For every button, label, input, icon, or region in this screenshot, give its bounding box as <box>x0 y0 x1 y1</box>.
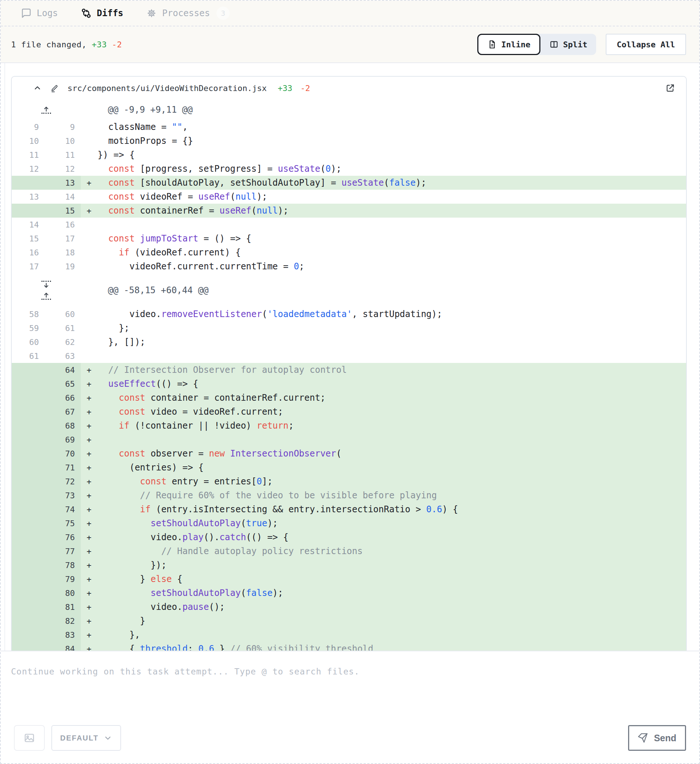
code-text: // Intersection Observer for autoplay co… <box>98 365 347 375</box>
image-icon <box>23 732 35 744</box>
diff-line-added: 79+ } else { <box>12 572 686 586</box>
code-text: className = "", <box>98 122 188 132</box>
profile-select[interactable]: DEFAULT <box>52 725 121 751</box>
app-window: Logs Diffs Processes 3 1 file changed, +… <box>0 0 700 764</box>
paper-plane-icon <box>638 733 648 743</box>
line-marker: + <box>81 365 98 375</box>
code-text: if (videoRef.current) { <box>98 247 241 258</box>
new-line-number: 74 <box>44 505 81 514</box>
diff-line-added: 69+ <box>12 433 686 446</box>
processes-count-badge: 3 <box>216 6 230 20</box>
old-line-number: 11 <box>12 150 44 160</box>
code-text: const video = videoRef.current; <box>98 407 283 417</box>
new-line-number: 70 <box>44 449 81 458</box>
collapse-all-button[interactable]: Collapse All <box>606 34 686 55</box>
attach-image-button[interactable] <box>14 725 45 751</box>
new-line-number: 14 <box>44 192 81 202</box>
old-line-number: 58 <box>12 310 44 319</box>
new-line-number: 81 <box>44 603 81 612</box>
diff-line-added: 75+ setShouldAutoPlay(true); <box>12 516 686 530</box>
code-text: }) => { <box>98 150 134 160</box>
hunk-range-text: @@ -9,9 +9,11 @@ <box>108 105 192 115</box>
content-left-edge <box>5 63 5 652</box>
code-text: } <box>98 616 145 626</box>
tab-processes-label: Processes <box>162 8 210 18</box>
file-diff-card: src/components/ui/VideoWithDecoration.js… <box>11 76 687 652</box>
open-file-button[interactable] <box>666 83 675 93</box>
new-line-number: 11 <box>44 150 81 160</box>
new-line-number: 12 <box>44 164 81 174</box>
tab-processes[interactable]: Processes 3 <box>146 6 230 20</box>
diff-line-added: 15+ const containerRef = useRef(null); <box>12 204 686 218</box>
diff-toolbar: 1 file changed, +33 -2 Inline Split Coll… <box>1 27 699 63</box>
new-line-number: 15 <box>44 206 81 215</box>
expand-up-button[interactable] <box>41 105 52 114</box>
code-text: const container = containerRef.current; <box>98 393 325 403</box>
tab-logs[interactable]: Logs <box>20 8 58 19</box>
code-text: // Handle autoplay policy restrictions <box>98 546 362 556</box>
summary-additions: +33 <box>92 40 107 49</box>
code-text: const videoRef = useRef(null); <box>98 191 267 202</box>
send-button[interactable]: Send <box>628 725 686 751</box>
diff-line-context: 1416 <box>12 218 686 232</box>
old-line-number: 61 <box>12 352 44 361</box>
git-compare-icon <box>81 8 92 19</box>
inline-view-button[interactable]: Inline <box>477 34 540 55</box>
diff-line-context: 99 className = "", <box>12 120 686 134</box>
diff-line-context: 1618 if (videoRef.current) { <box>12 246 686 260</box>
old-line-number: 15 <box>12 234 44 243</box>
hunk-header: @@ -9,9 +9,11 @@ <box>12 99 686 120</box>
hunk-header: @@ -58,15 +60,44 @@ <box>12 273 686 307</box>
code-text: const entry = entries[0]; <box>98 476 273 487</box>
new-line-number: 13 <box>44 178 81 188</box>
diff-line-added: 78+ }); <box>12 558 686 572</box>
file-header: src/components/ui/VideoWithDecoration.js… <box>12 77 686 99</box>
code-text: videoRef.current.currentTime = 0; <box>98 261 305 272</box>
new-line-number: 66 <box>44 393 81 402</box>
inline-view-label: Inline <box>501 40 530 49</box>
old-line-number: 60 <box>12 338 44 347</box>
split-view-button[interactable]: Split <box>541 34 596 55</box>
diff-line-context: 1719 videoRef.current.currentTime = 0; <box>12 260 686 273</box>
diff-line-added: 77+ // Handle autoplay policy restrictio… <box>12 544 686 558</box>
line-marker: + <box>81 463 98 472</box>
code-text: }, <box>98 630 140 640</box>
old-line-number: 12 <box>12 164 44 174</box>
diff-line-added: 70+ const observer = new IntersectionObs… <box>12 446 686 460</box>
code-text: const [shouldAutoPlay, setShouldAutoPlay… <box>98 178 426 188</box>
new-line-number: 64 <box>44 365 81 375</box>
expand-up-button[interactable] <box>41 291 52 301</box>
collapse-all-label: Collapse All <box>617 40 675 49</box>
diff-scroll-area[interactable]: src/components/ui/VideoWithDecoration.js… <box>1 63 699 652</box>
diff-line-added: 76+ video.play().catch(() => { <box>12 530 686 544</box>
new-line-number: 73 <box>44 491 81 500</box>
view-mode-toggle: Inline Split <box>477 34 596 55</box>
diff-line-added: 83+ }, <box>12 628 686 642</box>
code-text: } else { <box>98 574 182 584</box>
code-text: (entries) => { <box>98 462 204 473</box>
tab-diffs[interactable]: Diffs <box>81 8 123 19</box>
line-marker: + <box>81 178 98 188</box>
code-text: }); <box>98 560 167 570</box>
new-line-number: 18 <box>44 248 81 257</box>
expand-down-button[interactable] <box>41 280 52 289</box>
diff-line-context: 1517 const jumpToStart = () => { <box>12 232 686 246</box>
message-input[interactable]: Continue working on this task attempt...… <box>11 667 684 676</box>
summary-text: 1 file changed, <box>11 40 87 49</box>
line-marker: + <box>81 206 98 215</box>
code-text: video.play().catch(() => { <box>98 532 288 542</box>
new-line-number: 63 <box>44 352 81 361</box>
line-marker: + <box>81 617 98 626</box>
code-text: video.removeEventListener('loadedmetadat… <box>98 309 442 319</box>
composer: Continue working on this task attempt...… <box>1 651 699 763</box>
collapse-file-button[interactable] <box>33 84 42 92</box>
new-line-number: 60 <box>44 310 81 319</box>
code-text: useEffect(() => { <box>98 379 198 389</box>
code-text: motionProps = {} <box>98 136 193 146</box>
new-line-number: 82 <box>44 617 81 626</box>
line-marker: + <box>81 421 98 431</box>
code-text: const observer = new IntersectionObserve… <box>98 448 342 459</box>
external-link-icon <box>666 83 675 93</box>
diff-line-context: 1212 const [progress, setProgress] = use… <box>12 162 686 176</box>
diff-line-added: 67+ const video = videoRef.current; <box>12 405 686 419</box>
